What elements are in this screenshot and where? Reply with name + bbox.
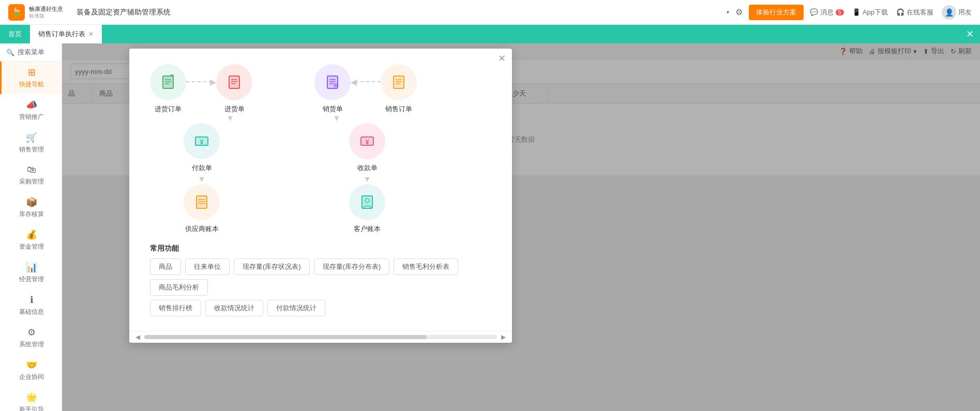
modal-body: 进货订单 ▶ 进货单 <box>129 49 512 331</box>
avatar: 👤 <box>942 5 956 20</box>
gear-button[interactable]: ⚙ <box>735 7 743 17</box>
quick-nav-modal: ✕ 进货订单 <box>129 49 512 343</box>
modal-overlay: ✕ 进货订单 <box>62 43 980 411</box>
sales-order-label: 销售订单 <box>385 104 412 114</box>
sidebar-item-quick-nav[interactable]: ⊞ 快捷导航 <box>0 62 62 94</box>
supplier-ledger-label: 供应商账本 <box>185 224 219 234</box>
sidebar-item-inventory[interactable]: 📦 库存核算 <box>0 191 62 224</box>
basic-info-icon: ℹ <box>30 294 34 306</box>
func-btn-product[interactable]: 商品 <box>150 258 181 275</box>
sidebar-item-enterprise[interactable]: 🤝 企业协同 <box>0 354 62 387</box>
purchase-bill-icon <box>216 64 252 100</box>
svg-rect-5 <box>229 76 239 88</box>
modal-close-button[interactable]: ✕ <box>498 53 506 64</box>
tab-sales-order[interactable]: 销售订单执行表 ✕ <box>30 25 102 43</box>
func-btn-payment-stats[interactable]: 付款情况统计 <box>267 300 325 316</box>
system-title: 装备及固定资产辅助管理系统 <box>77 8 720 17</box>
tab-bar: 首页 销售订单执行表 ✕ ✕ <box>0 25 980 43</box>
content-area: ❓ 帮助 🖨 按模板打印 ▾ ⬆ 导出 ↻ 刷新 📅 📅 <box>62 43 980 411</box>
sales-bill-icon <box>314 64 351 100</box>
customer-ledger-icon <box>349 184 385 220</box>
func-btn-stock-status[interactable]: 现存量(库存状况表) <box>234 258 310 275</box>
svg-rect-0 <box>163 76 173 88</box>
func-btn-product-margin[interactable]: 商品毛利分析 <box>150 279 208 296</box>
main-layout: 🔍 搜索菜单 ⊞ 快捷导航 📣 营销推广 🛒 销售管理 🛍 采购管理 📦 库存核… <box>0 43 980 411</box>
logo-area: 🍃 畅康通好生意 标准版 <box>8 4 70 21</box>
func-btn-counterpart[interactable]: 往来单位 <box>185 258 230 275</box>
scroll-left-arrow[interactable]: ◀ <box>135 333 140 341</box>
header-right: 💬 消息 5 📱 App下载 🎧 在线客服 👤 用友 <box>810 5 972 20</box>
user-menu[interactable]: 👤 用友 <box>942 5 972 20</box>
common-title: 常用功能 <box>150 244 491 253</box>
receipt-bill-label: 收款单 <box>357 163 378 173</box>
sales-bill-label: 销货单 <box>323 104 343 114</box>
search-icon: 🔍 <box>6 49 14 56</box>
svg-text:¥: ¥ <box>200 139 204 146</box>
customer-ledger-label: 客户账本 <box>354 224 381 234</box>
experience-button[interactable]: 体验行业方案 <box>749 5 804 20</box>
sales-order-item[interactable]: 销售订单 <box>381 64 417 114</box>
marketing-icon: 📣 <box>26 99 37 111</box>
inventory-icon: 📦 <box>26 196 37 208</box>
svg-rect-32 <box>362 196 372 208</box>
tab-sales-order-label: 销售订单执行表 <box>38 29 85 39</box>
svg-rect-27 <box>197 196 207 208</box>
svg-rect-16 <box>394 76 404 88</box>
message-badge: 5 <box>836 9 844 16</box>
common-functions: 常用功能 商品 往来单位 现存量(库存状况表) 现存量(库存分布表) 销售毛利分… <box>150 244 491 316</box>
purchase-order-icon <box>150 64 186 100</box>
func-btn-sales-margin[interactable]: 销售毛利分析表 <box>394 258 458 275</box>
func-btn-sales-rank[interactable]: 销售排行榜 <box>150 300 201 316</box>
top-header: 🍃 畅康通好生意 标准版 装备及固定资产辅助管理系统 ▾ ⚙ 体验行业方案 💬 … <box>0 0 980 25</box>
service-icon: 🎧 <box>896 8 904 16</box>
payment-bill-icon: ¥ <box>184 123 220 159</box>
supplier-ledger-icon <box>184 184 220 220</box>
tab-home-label: 首页 <box>8 29 22 39</box>
search-menu[interactable]: 🔍 搜索菜单 <box>0 43 62 62</box>
quick-nav-icon: ⊞ <box>28 67 36 78</box>
tab-home[interactable]: 首页 <box>0 25 30 43</box>
sales-icon: 🛒 <box>26 132 37 143</box>
svg-rect-15 <box>334 83 338 87</box>
sidebar-item-basic-info[interactable]: ℹ 基础信息 <box>0 289 62 322</box>
svg-text:¥: ¥ <box>366 139 369 146</box>
sidebar-item-purchase[interactable]: 🛍 采购管理 <box>0 159 62 191</box>
sidebar-item-system[interactable]: ⚙ 系统管理 <box>0 322 62 354</box>
purchase-bill-label: 进货单 <box>224 104 245 114</box>
func-buttons-row1: 商品 往来单位 现存量(库存状况表) 现存量(库存分布表) 销售毛利分析表 商品… <box>150 258 491 296</box>
enterprise-icon: 🤝 <box>26 359 37 371</box>
receipt-bill-icon: ¥ <box>349 123 385 159</box>
logo-icon: 🍃 <box>8 4 25 21</box>
payment-bill-item[interactable]: ¥ 付款单 <box>184 123 220 173</box>
sidebar: 🔍 搜索菜单 ⊞ 快捷导航 📣 营销推广 🛒 销售管理 🛍 采购管理 📦 库存核… <box>0 43 62 411</box>
sidebar-item-sales[interactable]: 🛒 销售管理 <box>0 127 62 159</box>
sidebar-item-operations[interactable]: 📊 经营管理 <box>0 256 62 289</box>
supplier-ledger-item[interactable]: 供应商账本 <box>184 184 220 234</box>
scroll-track[interactable] <box>144 335 497 339</box>
scroll-right-arrow[interactable]: ▶ <box>501 333 506 341</box>
purchase-order-item[interactable]: 进货订单 <box>150 64 186 114</box>
purchase-bill-item[interactable]: 进货单 <box>216 64 252 114</box>
system-dropdown-arrow[interactable]: ▾ <box>727 9 729 15</box>
customer-ledger-item[interactable]: 客户账本 <box>349 184 385 234</box>
logo-text: 畅康通好生意 标准版 <box>29 5 63 19</box>
scroll-thumb <box>144 335 427 339</box>
sales-bill-item[interactable]: 销货单 <box>314 64 351 114</box>
purchase-order-label: 进货订单 <box>155 104 182 114</box>
purchase-icon: 🛍 <box>27 164 36 175</box>
message-icon: 💬 <box>810 8 818 16</box>
sidebar-item-guide[interactable]: 🌟 新手引导 <box>0 387 62 411</box>
tab-close-icon[interactable]: ✕ <box>88 31 94 38</box>
receipt-bill-item[interactable]: ¥ 收款单 <box>349 123 385 173</box>
operations-icon: 📊 <box>26 262 37 273</box>
sidebar-item-marketing[interactable]: 📣 营销推广 <box>0 94 62 127</box>
close-all-tabs[interactable]: ✕ <box>960 28 980 40</box>
func-btn-receipt-stats[interactable]: 收款情况统计 <box>205 300 263 316</box>
online-service-button[interactable]: 🎧 在线客服 <box>896 8 933 17</box>
message-button[interactable]: 💬 消息 5 <box>810 8 844 17</box>
modal-scrollbar: ◀ ▶ <box>129 331 512 343</box>
func-buttons-row2: 销售排行榜 收款情况统计 付款情况统计 <box>150 300 491 316</box>
app-download-button[interactable]: 📱 App下载 <box>852 8 888 17</box>
sidebar-item-finance[interactable]: 💰 资金管理 <box>0 224 62 256</box>
func-btn-stock-dist[interactable]: 现存量(库存分布表) <box>314 258 390 275</box>
